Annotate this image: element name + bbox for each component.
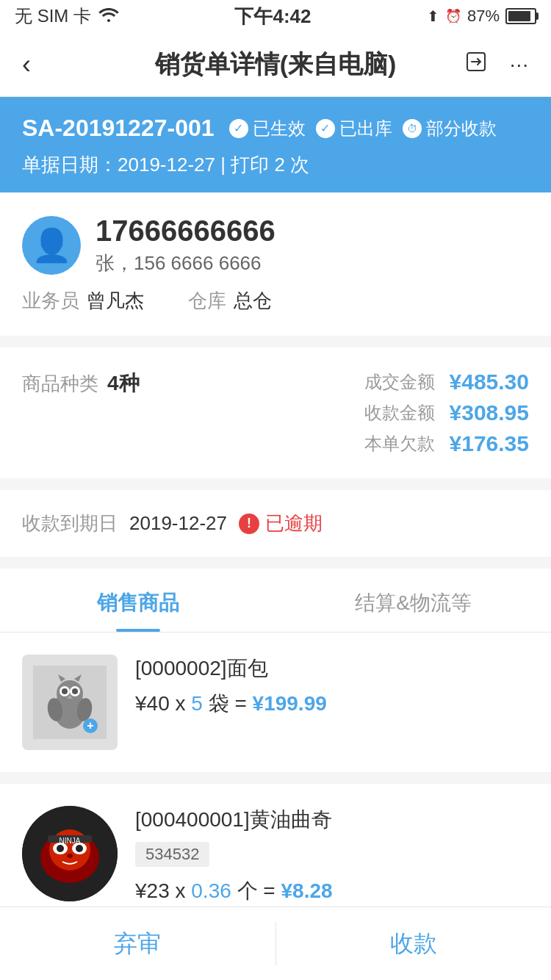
product-info-cookie: [000400001]黄油曲奇 534532 ¥23 x 0.36 个 = ¥8… bbox=[135, 806, 529, 905]
product-card-cookie: NINJA [000400001]黄油曲奇 534532 ¥23 x 0.36 … bbox=[0, 784, 551, 927]
customer-section: 👤 17666666666 张，156 6666 6666 业务员 曾凡杰 仓库… bbox=[0, 192, 551, 336]
more-icon[interactable]: ··· bbox=[510, 53, 529, 76]
person-icon: 👤 bbox=[32, 226, 72, 264]
wifi-icon bbox=[98, 6, 119, 26]
transaction-value: ¥485.30 bbox=[450, 370, 529, 394]
customer-name-phone: 张，156 6666 6666 bbox=[96, 251, 276, 276]
status-right: ⬆ ⏰ 87% bbox=[427, 7, 536, 26]
transaction-label: 成交金额 bbox=[364, 370, 435, 394]
order-date-row: 单据日期：2019-12-27 | 打印 2 次 bbox=[22, 152, 529, 178]
product-price-cookie: ¥23 x 0.36 个 = ¥8.28 bbox=[135, 877, 529, 905]
customer-details: 17666666666 张，156 6666 6666 bbox=[96, 215, 276, 276]
share-icon[interactable] bbox=[464, 50, 488, 79]
order-id: SA-20191227-001 bbox=[22, 115, 215, 142]
svg-text:+: + bbox=[87, 719, 93, 732]
debt-amount-row: 本单欠款 ¥176.35 bbox=[364, 431, 529, 456]
received-label: 收款金额 bbox=[364, 401, 435, 425]
content-area: SA-20191227-001 ✓ 已生效 ✓ 已出库 ⏱ bbox=[0, 97, 551, 980]
due-label: 收款到期日 bbox=[22, 511, 118, 536]
collect-button[interactable]: 收款 bbox=[276, 907, 552, 980]
nav-bar: ‹ 销货单详情(来自电脑) ··· bbox=[0, 32, 551, 97]
svg-point-22 bbox=[67, 854, 73, 858]
tab-settlement-logistics[interactable]: 结算&物流等 bbox=[276, 569, 551, 632]
salesperson-item: 业务员 曾凡杰 bbox=[22, 288, 144, 314]
tab-sales-products[interactable]: 销售商品 bbox=[0, 569, 276, 632]
products-list: + [0000002]面包 ¥40 x 5 袋 = ¥199.99 bbox=[0, 633, 551, 927]
order-header-banner: SA-20191227-001 ✓ 已生效 ✓ 已出库 ⏱ bbox=[0, 97, 551, 192]
status-tag-shipped: ✓ 已出库 bbox=[316, 117, 392, 140]
debt-value: ¥176.35 bbox=[450, 431, 529, 456]
salesperson-label: 业务员 bbox=[22, 288, 79, 314]
location-icon: ⬆ bbox=[427, 7, 439, 25]
product-info-bread: [0000002]面包 ¥40 x 5 袋 = ¥199.99 bbox=[135, 655, 529, 718]
overdue-text: 已逾期 bbox=[265, 511, 323, 536]
due-date-value: 2019-12-27 bbox=[129, 512, 227, 535]
alarm-icon: ⏰ bbox=[445, 8, 461, 24]
received-value: ¥308.95 bbox=[450, 400, 529, 425]
status-bar: 无 SIM 卡 下午4:42 ⬆ ⏰ 87% bbox=[0, 0, 551, 32]
nav-actions: ··· bbox=[464, 50, 529, 79]
product-card-bread: + [0000002]面包 ¥40 x 5 袋 = ¥199.99 bbox=[0, 633, 551, 772]
product-image-cookie: NINJA bbox=[22, 806, 118, 901]
svg-point-6 bbox=[62, 688, 68, 694]
status-tag-effective: ✓ 已生效 bbox=[229, 117, 306, 140]
status-tag-partial: ⏱ 部分收款 bbox=[403, 117, 497, 140]
product-type-label: 商品种类 bbox=[22, 371, 98, 397]
tabs-row: 销售商品 结算&物流等 bbox=[0, 569, 551, 633]
due-date-section: 收款到期日 2019-12-27 ! 已逾期 bbox=[0, 490, 551, 557]
order-id-row: SA-20191227-001 ✓ 已生效 ✓ 已出库 ⏱ bbox=[22, 115, 529, 142]
product-badge-cookie: 534532 bbox=[135, 842, 209, 867]
battery-indicator bbox=[505, 8, 536, 24]
carrier-text: 无 SIM 卡 bbox=[15, 4, 91, 28]
customer-meta: 业务员 曾凡杰 仓库 总仓 bbox=[22, 288, 529, 314]
overdue-icon: ! bbox=[239, 514, 259, 534]
debt-label: 本单欠款 bbox=[364, 432, 435, 455]
stats-section: 商品种类 4种 成交金额 ¥485.30 收款金额 ¥308.95 本单欠款 ¥… bbox=[0, 347, 551, 478]
reject-button[interactable]: 弃审 bbox=[0, 907, 276, 980]
stats-left: 商品种类 4种 bbox=[22, 370, 140, 397]
customer-phone: 17666666666 bbox=[96, 215, 276, 248]
overdue-badge: ! 已逾期 bbox=[239, 511, 323, 536]
received-amount-row: 收款金额 ¥308.95 bbox=[364, 400, 529, 425]
svg-point-21 bbox=[76, 845, 83, 852]
product-name-cookie: [000400001]黄油曲奇 bbox=[135, 806, 529, 834]
product-name-bread: [0000002]面包 bbox=[135, 655, 529, 682]
clock-icon: ⏱ bbox=[403, 119, 422, 138]
warehouse-item: 仓库 总仓 bbox=[188, 288, 272, 314]
svg-point-20 bbox=[57, 845, 64, 852]
back-button[interactable]: ‹ bbox=[22, 49, 66, 80]
product-type-row: 商品种类 4种 bbox=[22, 370, 140, 397]
stats-right: 成交金额 ¥485.30 收款金额 ¥308.95 本单欠款 ¥176.35 bbox=[364, 370, 529, 456]
svg-text:NINJA: NINJA bbox=[60, 837, 81, 845]
product-image-bread: + bbox=[22, 655, 118, 750]
check-icon-2: ✓ bbox=[316, 119, 335, 138]
page-title: 销货单详情(来自电脑) bbox=[155, 48, 397, 82]
svg-point-7 bbox=[72, 688, 78, 694]
status-left: 无 SIM 卡 bbox=[15, 4, 119, 28]
battery-percent: 87% bbox=[467, 7, 500, 26]
status-time: 下午4:42 bbox=[234, 4, 311, 29]
avatar: 👤 bbox=[22, 216, 81, 275]
transaction-amount-row: 成交金额 ¥485.30 bbox=[364, 370, 529, 394]
bottom-bar: 弃审 收款 bbox=[0, 907, 551, 980]
salesperson-value: 曾凡杰 bbox=[87, 288, 144, 314]
customer-top: 👤 17666666666 张，156 6666 6666 bbox=[22, 215, 529, 276]
warehouse-label: 仓库 bbox=[188, 288, 226, 314]
warehouse-value: 总仓 bbox=[234, 288, 272, 314]
check-icon-1: ✓ bbox=[229, 119, 248, 138]
status-tags: ✓ 已生效 ✓ 已出库 ⏱ 部分收款 bbox=[229, 117, 497, 140]
product-price-bread: ¥40 x 5 袋 = ¥199.99 bbox=[135, 690, 529, 718]
product-type-value: 4种 bbox=[107, 370, 140, 397]
